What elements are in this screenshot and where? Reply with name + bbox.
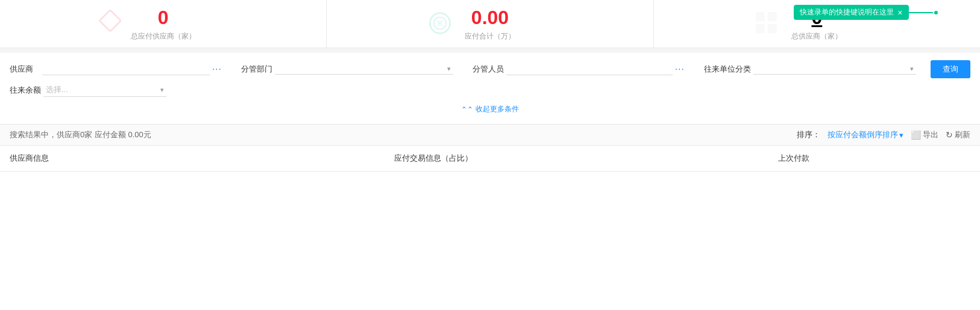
stat-number-payable-suppliers: 0 (158, 6, 169, 29)
grid-icon (752, 8, 782, 40)
balance-select-placeholder: 选择... (46, 84, 68, 95)
query-button[interactable]: 查询 (931, 60, 970, 78)
filter-supplier: 供应商 ··· (10, 63, 222, 75)
unit-dropdown-icon: ▾ (910, 65, 914, 73)
dept-label: 分管部门 (241, 64, 272, 75)
dept-dropdown-icon: ▾ (447, 65, 451, 73)
collapse-up-icon: ⌃⌃ (461, 105, 473, 114)
collapse-row: ⌃⌃ 收起更多条件 (10, 102, 970, 119)
unit-label: 往来单位分类 (704, 64, 751, 75)
refresh-icon: ↻ (946, 130, 953, 140)
supplier-input[interactable] (42, 63, 210, 75)
stat-total-suppliers: 快速录单的快捷键说明在这里 × 0 总供应商（家） (654, 0, 980, 48)
tooltip-close-button[interactable]: × (897, 8, 902, 17)
stat-payable-total: 米 0.00 应付合计（万） (327, 0, 653, 48)
table-container: 供应商信息 应付交易信息（占比） 上次付款 (0, 146, 980, 310)
svg-text:米: 米 (436, 19, 444, 26)
export-button[interactable]: ⬜ 导出 (911, 129, 938, 140)
filter-row-1: 供应商 ··· 分管部门 ▾ 分管人员 ··· 往来单位分类 ▾ (10, 60, 970, 78)
result-info-text: 搜索结果中，供应商0家 应付金额 0.00元 (10, 129, 151, 140)
collapse-button[interactable]: ⌃⌃ 收起更多条件 (461, 104, 519, 114)
tooltip-text: 快速录单的快捷键说明在这里 (800, 7, 894, 17)
filter-row-2: 往来余额 选择... ▾ (10, 83, 970, 97)
sort-dropdown-icon: ▾ (899, 131, 903, 140)
balance-label: 往来余额 (10, 85, 41, 96)
filter-bar: 供应商 ··· 分管部门 ▾ 分管人员 ··· 往来单位分类 ▾ (0, 53, 980, 125)
table-col-supplier-info: 供应商信息 (10, 153, 394, 164)
balance-dropdown-icon: ▾ (160, 86, 164, 94)
person-label: 分管人员 (473, 64, 504, 75)
table-col-payable-trade: 应付交易信息（占比） (394, 153, 779, 164)
supplier-dots-button[interactable]: ··· (212, 64, 222, 75)
stats-bar: 0 总应付供应商（家） 米 0.00 应付合计（万） 快速录单的快捷键说明在这里… (0, 0, 980, 48)
sort-value: 按应付会额倒序排序 (828, 129, 898, 140)
table-body (0, 172, 980, 310)
result-bar: 搜索结果中，供应商0家 应付金额 0.00元 排序： 按应付会额倒序排序 ▾ ⬜… (0, 125, 980, 146)
stat-number-payable-total: 0.00 (471, 6, 509, 29)
stat-label-payable-total: 应付合计（万） (465, 31, 515, 42)
filter-unit: 往来单位分类 ▾ (704, 64, 916, 75)
tooltip-dot (932, 10, 938, 16)
table-col-last-payment: 上次付款 (778, 153, 970, 164)
collapse-label: 收起更多条件 (476, 104, 519, 114)
stat-label-total-suppliers: 总供应商（家） (791, 31, 842, 42)
svg-rect-5 (768, 12, 777, 21)
refresh-button[interactable]: ↻ 刷新 (946, 129, 970, 140)
balance-select[interactable]: 选择... ▾ (43, 83, 166, 97)
stat-label-payable-suppliers: 总应付供应商（家） (131, 31, 196, 42)
supplier-label: 供应商 (10, 64, 40, 75)
unit-select[interactable]: ▾ (753, 64, 916, 75)
svg-rect-0 (100, 10, 121, 31)
tooltip-bubble: 快速录单的快捷键说明在这里 × (794, 5, 908, 20)
stat-total-payable-suppliers: 0 总应付供应商（家） (0, 0, 327, 48)
dept-select[interactable]: ▾ (275, 64, 453, 75)
export-icon: ⬜ (911, 130, 921, 140)
diamond-icon (98, 8, 128, 40)
sort-label: 排序： (797, 129, 820, 140)
refresh-label: 刷新 (955, 129, 970, 140)
filter-person: 分管人员 ··· (473, 63, 685, 75)
svg-rect-6 (756, 24, 765, 33)
person-dots-button[interactable]: ··· (675, 64, 685, 75)
filter-dept: 分管部门 ▾ (241, 64, 453, 75)
table-header: 供应商信息 应付交易信息（占比） 上次付款 (0, 146, 980, 172)
result-actions: 排序： 按应付会额倒序排序 ▾ ⬜ 导出 ↻ 刷新 (797, 129, 970, 140)
svg-rect-4 (756, 12, 765, 21)
person-input[interactable] (506, 63, 673, 75)
export-label: 导出 (923, 129, 938, 140)
rice-icon: 米 (425, 8, 455, 40)
sort-select[interactable]: 按应付会额倒序排序 ▾ (828, 129, 903, 140)
filter-balance: 往来余额 选择... ▾ (10, 83, 166, 97)
svg-rect-7 (768, 24, 777, 33)
